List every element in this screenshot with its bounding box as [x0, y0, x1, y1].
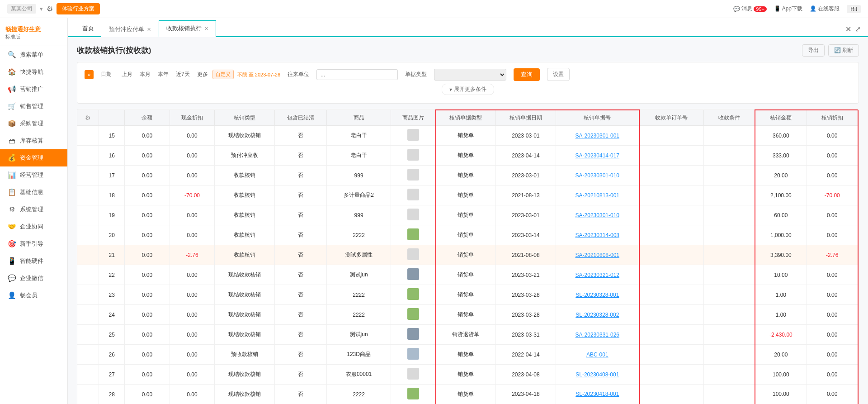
- note-num-link[interactable]: SA-20230301-010: [576, 172, 619, 179]
- td-included: 否: [274, 285, 326, 305]
- filter-row-1: » 日期 上月 本月 本年 近7天 更多 自定义 不限 至 2023-07-26: [85, 68, 851, 81]
- date-btn-last-month[interactable]: 上月: [119, 70, 135, 79]
- sidebar-item-finance[interactable]: 💰 资金管理: [0, 149, 67, 166]
- td-note-num: SA-20230314-008: [556, 225, 639, 245]
- note-num-link[interactable]: ABC-001: [586, 352, 609, 358]
- sidebar-label-purchase: 采购管理: [20, 119, 43, 128]
- note-num-link[interactable]: SA-20210808-001: [576, 252, 619, 258]
- tab-writeoff-label: 收款核销执行: [166, 24, 202, 33]
- note-num-link[interactable]: SL-20230418-001: [576, 391, 619, 397]
- message-icon[interactable]: 💬 消息 99+: [733, 5, 767, 13]
- note-num-link[interactable]: SA-20230301-010: [576, 212, 619, 219]
- tab-home[interactable]: 首页: [75, 21, 101, 37]
- refresh-icon: 🔄: [834, 47, 841, 53]
- td-note-type: 销货单: [436, 365, 496, 385]
- td-note-type: 销货单: [436, 385, 496, 404]
- th-note-num: 核销单据号: [556, 110, 639, 126]
- td-amount: 60.00: [755, 205, 807, 225]
- note-num-link[interactable]: SL-20230328-002: [576, 312, 619, 318]
- note-num-link[interactable]: SA-20230301-001: [576, 133, 619, 139]
- td-num: 20: [99, 225, 125, 245]
- sidebar-item-wechat[interactable]: 💬 企业微信: [0, 270, 67, 287]
- note-num-link[interactable]: SA-20230314-008: [576, 232, 619, 238]
- filter-collapse-btn[interactable]: »: [85, 70, 94, 79]
- online-service[interactable]: 👤 在线客服: [810, 5, 840, 13]
- td-amount: 100.00: [755, 365, 807, 385]
- date-btn-7days[interactable]: 近7天: [173, 70, 193, 79]
- tab-writeoff-close[interactable]: ✕: [204, 26, 208, 32]
- td-cash-discount: 0.00: [170, 365, 215, 385]
- td-order-num: [639, 205, 703, 225]
- tab-expand-btn[interactable]: ⤢: [855, 25, 861, 33]
- td-balance: 0.00: [125, 365, 170, 385]
- page-content: 收款核销执行(按收款) 导出 🔄 刷新 » 日期: [68, 37, 868, 404]
- date-btn-more[interactable]: 更多: [194, 70, 211, 79]
- table-row: 25 0.00 0.00 现结收款核销 否 测试jun 销货退货单 2023-0…: [77, 325, 858, 345]
- td-settings: [77, 345, 99, 365]
- date-btn-this-year[interactable]: 本年: [155, 70, 171, 79]
- note-num-link[interactable]: SA-20230331-026: [576, 332, 619, 338]
- sidebar-item-marketing[interactable]: 📢 营销推广: [0, 81, 67, 98]
- td-num: 17: [99, 166, 125, 185]
- logo-subtitle: 标准版: [5, 33, 62, 40]
- sidebar-item-hardware[interactable]: 📱 智能硬件: [0, 252, 67, 270]
- sidebar-item-system[interactable]: ⚙ 系统管理: [0, 201, 67, 218]
- sidebar-label-hardware: 智能硬件: [20, 257, 43, 265]
- sidebar-item-sales[interactable]: 🛒 销售管理: [0, 98, 67, 115]
- td-settings: [77, 225, 99, 245]
- tab-bar: 首页 预付冲应付单 ✕ 收款核销执行 ✕ ✕ ⤢: [68, 18, 868, 37]
- td-note-date: 2023-04-14: [496, 146, 556, 166]
- query-btn[interactable]: 查询: [514, 68, 540, 81]
- tab-prepay-close[interactable]: ✕: [147, 27, 151, 33]
- tab-prepay[interactable]: 预付冲应付单 ✕: [101, 21, 159, 37]
- note-num-link[interactable]: SL-20230408-001: [576, 371, 619, 378]
- sidebar-item-operation[interactable]: 📊 经营管理: [0, 166, 67, 184]
- page-title: 收款核销执行(按收款): [77, 45, 151, 56]
- sidebar-item-guide[interactable]: 🎯 新手引导: [0, 235, 67, 252]
- dropdown-icon[interactable]: ▾: [40, 5, 43, 12]
- member-icon: 👤: [7, 291, 16, 299]
- voucher-type-select[interactable]: [434, 69, 506, 81]
- setting-btn[interactable]: 设置: [547, 68, 570, 81]
- note-num-link[interactable]: SA-20230321-012: [576, 272, 619, 278]
- td-goods-img: [391, 305, 436, 325]
- tab-writeoff[interactable]: 收款核销执行 ✕: [159, 20, 216, 37]
- td-num: 28: [99, 385, 125, 404]
- industry-btn[interactable]: 体验行业方案: [57, 3, 100, 14]
- note-num-link[interactable]: SA-20230414-017: [576, 152, 619, 159]
- td-included: 否: [274, 385, 326, 404]
- sidebar-item-purchase[interactable]: 📦 采购管理: [0, 115, 67, 132]
- td-balance: 0.00: [125, 166, 170, 185]
- sidebar-label-finance: 资金管理: [20, 154, 43, 162]
- note-num-link[interactable]: SL-20230328-001: [576, 292, 619, 298]
- date-btn-this-month[interactable]: 本月: [137, 70, 153, 79]
- sidebar-item-collab[interactable]: 🤝 企业协同: [0, 218, 67, 235]
- td-condition: [703, 265, 755, 285]
- td-note-num: ABC-001: [556, 345, 639, 365]
- note-num-link[interactable]: SA-20210813-001: [576, 192, 619, 199]
- td-note-num: SL-20230328-001: [556, 285, 639, 305]
- td-discount: 0.00: [807, 205, 858, 225]
- sidebar-label-system: 系统管理: [20, 205, 43, 214]
- table-settings-icon[interactable]: ⚙: [85, 114, 91, 121]
- th-condition: 收款条件: [703, 110, 755, 126]
- sidebar-item-search[interactable]: 🔍 搜索菜单: [0, 46, 67, 63]
- expand-conditions-btn[interactable]: ▾ 展开更多条件: [442, 84, 494, 95]
- sidebar-item-basic-info[interactable]: 📋 基础信息: [0, 184, 67, 201]
- app-download[interactable]: 📱 App下载: [774, 5, 802, 13]
- sidebar-label-wechat: 企业微信: [20, 274, 43, 282]
- tab-close-btn[interactable]: ✕: [845, 25, 851, 33]
- th-balance: 余额: [125, 110, 170, 126]
- search-icon: 🔍: [7, 51, 16, 59]
- counterpart-input[interactable]: [316, 69, 398, 80]
- date-btn-custom[interactable]: 自定义: [212, 70, 234, 79]
- sidebar-item-nav[interactable]: 🏠 快捷导航: [0, 63, 67, 81]
- data-table: ⚙ 余额 现金折扣 核销类型 包含已结清 商品 商品图片 核销单据类型 核销: [77, 109, 859, 404]
- gear-icon-top[interactable]: ⚙: [47, 5, 53, 13]
- export-btn[interactable]: 导出: [802, 44, 825, 57]
- td-note-date: 2022-04-14: [496, 345, 556, 365]
- refresh-btn[interactable]: 🔄 刷新: [828, 44, 859, 57]
- sidebar-item-member[interactable]: 👤 畅会员: [0, 287, 67, 304]
- sidebar-item-inventory[interactable]: 🗃 库存核算: [0, 132, 67, 149]
- td-order-num: [639, 126, 703, 146]
